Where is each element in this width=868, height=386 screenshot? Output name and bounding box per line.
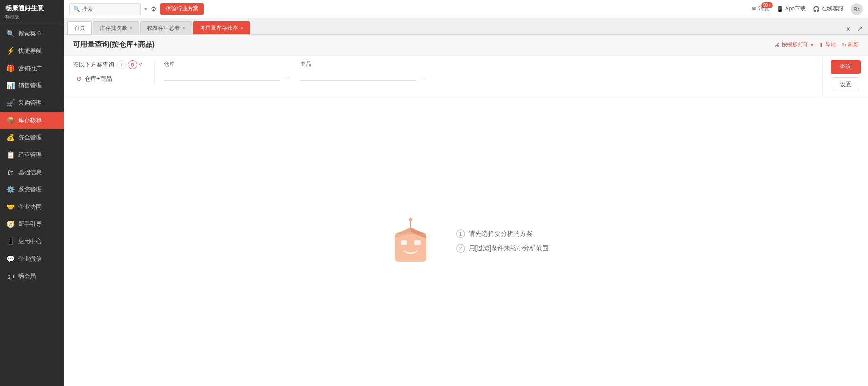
settings-button[interactable]: 设置 [832,77,859,91]
warehouse-field-label: 仓库 [164,60,291,68]
sidebar-item-label: 营销推广 [18,64,42,72]
page-header: 可用量查询(按仓库+商品) 🖨 按模板打印 ▾ ⬆ 导出 ↻ 刷新 [64,35,868,56]
sidebar-item-label: 系统管理 [18,185,42,194]
scheme-option-warehouse-goods[interactable]: ↺ 仓库+商品 [73,73,147,85]
tab-stock-summary-label: 收发存汇总表 [147,24,180,32]
avatar: Rit [851,3,863,15]
scheme-header-actions: + ⚙ « [117,60,142,69]
sidebar-item-label: 资金管理 [18,134,42,142]
tab-batch-close-icon[interactable]: × [130,26,132,31]
goods-dots-button[interactable]: ... [418,71,428,79]
warehouse-dots-button[interactable]: ... [282,71,291,79]
cart-icon: 🛒 [6,99,15,107]
export-button[interactable]: ⬆ 导出 [819,41,836,49]
sidebar-item-label: 销售管理 [18,82,42,90]
sidebar-item-label: 畅会员 [18,272,36,280]
sidebar-item-purchase[interactable]: 🛒 采购管理 [0,94,64,112]
svg-rect-4 [401,240,407,245]
settings-icon[interactable]: ⚙ [151,5,157,13]
sidebar-item-wechat[interactable]: 💬 企业微信 [0,250,64,268]
sidebar-item-operations[interactable]: 📋 经营管理 [0,146,64,164]
warehouse-input[interactable] [164,70,280,81]
warehouse-input-row: ... [164,70,291,81]
app-download-button[interactable]: 📱 App下载 [777,5,806,13]
trial-button[interactable]: 体验行业方案 [160,3,204,15]
tab-close-button[interactable]: × [844,24,852,34]
refresh-icon: ↻ [842,42,846,48]
app-download-label: App下载 [785,5,806,13]
tab-stock-summary[interactable]: 收发存汇总表 × [140,21,192,34]
sidebar-item-apps[interactable]: 📱 应用中心 [0,233,64,250]
tab-home-label: 首页 [74,24,85,32]
empty-state: 1 请先选择要分析的方案 2 用[过滤]条件来缩小分析范围 [64,96,868,386]
sidebar-item-member[interactable]: 🏷 畅会员 [0,268,64,285]
edit-scheme-button[interactable]: ⚙ [128,60,137,69]
app-download-icon: 📱 [777,6,783,12]
sidebar-item-sales[interactable]: 📊 销售管理 [0,77,64,94]
add-scheme-button[interactable]: + [117,60,126,69]
topbar-right: ✉ 消息 99+ 📱 App下载 🎧 在线客服 Rit [752,3,863,15]
sidebar-item-enterprise[interactable]: 🤝 企业协同 [0,198,64,216]
tab-home[interactable]: 首页 [67,21,92,34]
sidebar-item-label: 新手引导 [18,220,42,228]
message-icon: ✉ [752,6,756,12]
search-icon: 🔍 [6,30,15,38]
sidebar-item-label: 搜索菜单 [18,30,42,38]
message-button[interactable]: ✉ 消息 99+ [752,5,769,13]
empty-hint-2: 2 用[过滤]条件来缩小分析范围 [456,244,549,253]
sidebar-item-label: 企业协同 [18,203,42,211]
tab-expand-button[interactable]: ⤢ [855,24,864,34]
sidebar-item-finance[interactable]: 💰 资金管理 [0,129,64,146]
sidebar: 畅康通好生意 标准版 🔍 搜索菜单 ⚡ 快捷导航 🎁 营销推广 📊 销售管理 🛒… [0,0,64,386]
refresh-button[interactable]: ↻ 刷新 [842,41,859,49]
page-content: 可用量查询(按仓库+商品) 🖨 按模板打印 ▾ ⬆ 导出 ↻ 刷新 [64,35,868,386]
topbar-search-box[interactable]: 🔍 [69,3,141,15]
query-button[interactable]: 查询 [831,60,861,74]
headset-icon: 🎧 [813,6,820,12]
tab-available[interactable]: 可用量库存账本 × [193,21,250,34]
hint-number-1: 1 [456,229,465,238]
hint-number-2: 2 [456,244,465,253]
sidebar-item-label: 采购管理 [18,99,42,107]
goods-input-row: ... [300,70,428,81]
print-chevron-icon: ▾ [811,42,813,48]
sidebar-item-newbie[interactable]: 🧭 新手引导 [0,216,64,233]
user-avatar[interactable]: Rit [851,3,863,15]
search-input[interactable] [82,6,137,12]
goods-input[interactable] [300,70,416,81]
message-badge: 99+ [761,2,773,8]
scheme-option-label: 仓库+商品 [85,75,112,83]
tab-available-close-icon[interactable]: × [241,26,244,31]
sidebar-item-shortcut[interactable]: ⚡ 快捷导航 [0,42,64,60]
sidebar-item-search[interactable]: 🔍 搜索菜单 [0,25,64,42]
hint-text-2: 用[过滤]条件来缩小分析范围 [469,244,549,252]
sidebar-item-marketing[interactable]: 🎁 营销推广 [0,60,64,77]
sidebar-item-inventory[interactable]: 📦 库存核算 [0,112,64,129]
sidebar-logo: 畅康通好生意 标准版 [5,5,58,20]
page-header-actions: 🖨 按模板打印 ▾ ⬆ 导出 ↻ 刷新 [774,41,859,49]
money-icon: 💰 [6,134,15,142]
tab-batch[interactable]: 库存批次账 × [93,21,139,34]
hint-text-1: 请先选择要分析的方案 [469,230,533,238]
print-label: 按模板打印 [782,41,809,49]
action-buttons-panel: 查询 设置 [822,56,868,96]
goods-field-label: 商品 [300,60,428,68]
collapse-icon[interactable]: « [139,60,142,69]
filter-panel: 按以下方案查询 + ⚙ « ↺ 仓库+商品 [64,56,822,96]
sidebar-item-label: 企业微信 [18,255,42,263]
sidebar-item-label: 库存核算 [18,116,42,124]
clipboard-icon: 📋 [6,151,15,159]
tab-stock-summary-close-icon[interactable]: × [183,26,185,31]
sidebar-item-label: 经营管理 [18,151,42,159]
export-label: 导出 [825,41,836,49]
dropdown-chevron-icon[interactable]: ▾ [144,6,147,12]
online-service-button[interactable]: 🎧 在线客服 [813,5,843,13]
print-button[interactable]: 🖨 按模板打印 ▾ [774,41,813,49]
sidebar-item-system[interactable]: ⚙️ 系统管理 [0,181,64,198]
filter-fields: 仓库 ... 商品 ... [155,60,813,81]
sidebar-item-basic[interactable]: 🗂 基础信息 [0,164,64,181]
compass-icon: 🧭 [6,220,15,228]
user-label: Rit [853,6,859,12]
svg-rect-5 [414,240,421,245]
page-title: 可用量查询(按仓库+商品) [73,40,155,50]
